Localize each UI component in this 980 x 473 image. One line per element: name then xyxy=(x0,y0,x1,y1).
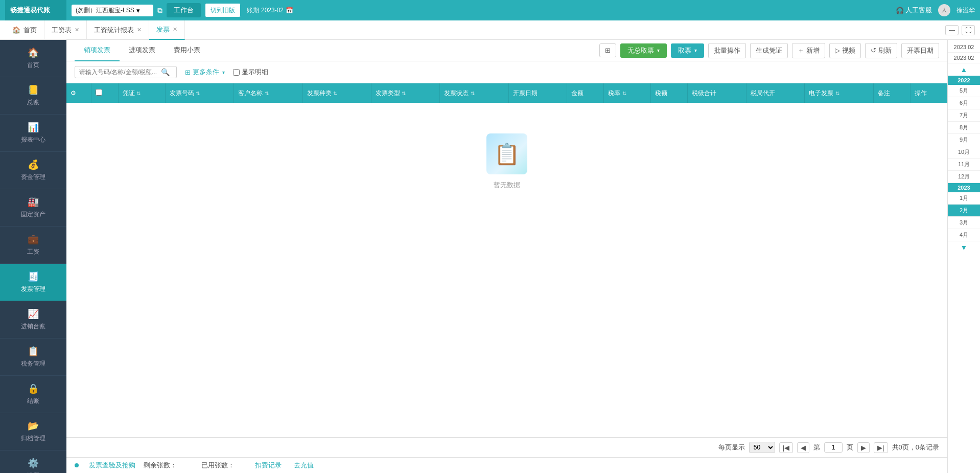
last-page-button[interactable]: ▶| xyxy=(874,442,888,453)
takeout-button[interactable]: 取票 ▾ xyxy=(671,43,704,58)
tab-payroll-close[interactable]: ✕ xyxy=(75,27,79,33)
no-takeout-dropdown-icon: ▾ xyxy=(657,48,660,53)
copy-icon[interactable]: ⧉ xyxy=(157,6,162,15)
video-button[interactable]: ▷ 视频 xyxy=(829,43,861,58)
assets-icon: 🏭 xyxy=(28,196,39,208)
support-button[interactable]: 🎧 人工客服 xyxy=(896,6,932,15)
search-input[interactable] xyxy=(79,69,161,76)
switch-old-button[interactable]: 切到旧版 xyxy=(205,3,241,17)
maximize-button[interactable]: ⛶ xyxy=(962,25,975,35)
sidebar-item-reports[interactable]: 📊 报表中心 xyxy=(0,115,66,152)
next-page-button[interactable]: ▶ xyxy=(857,442,870,453)
tab-payroll[interactable]: 工资表 ✕ xyxy=(44,20,87,40)
sidebar-item-closing[interactable]: 🔒 结账 xyxy=(0,376,66,413)
sidebar-item-payroll[interactable]: 💼 工资 xyxy=(0,227,66,264)
sort-invoice-type-icon[interactable]: ⇅ xyxy=(333,91,337,96)
sidebar-item-tax[interactable]: 📋 税务管理 xyxy=(0,339,66,376)
sidebar-item-sales[interactable]: 📈 进销台账 xyxy=(0,301,66,339)
sidebar-item-settings[interactable]: ⚙️ 设置 xyxy=(0,451,66,473)
rp-month-2-active[interactable]: 2月 xyxy=(948,205,980,217)
sidebar-label-home: 首页 xyxy=(27,61,39,70)
sort-customer-icon[interactable]: ⇅ xyxy=(265,91,269,96)
sort-voucher-icon[interactable]: ⇅ xyxy=(136,91,141,96)
rp-date-2023-02-b[interactable]: 2023.02 xyxy=(948,53,980,63)
first-page-button[interactable]: |◀ xyxy=(779,442,793,453)
remaining-label: 剩余张数： xyxy=(144,461,177,470)
tab-home[interactable]: 🏠 首页 xyxy=(5,20,44,40)
rp-month-9[interactable]: 9月 xyxy=(948,134,980,146)
company-selector[interactable]: (勿删）江西服宝-LSS ▾ xyxy=(72,5,153,16)
verify-label[interactable]: 发票查验及抢购 xyxy=(89,461,135,470)
invoice-sub-tabs: 销项发票 进项发票 费用小票 ⊞ 无总取票 ▾ 取票 ▾ xyxy=(66,40,947,61)
rp-month-3[interactable]: 3月 xyxy=(948,217,980,229)
prev-page-button[interactable]: ◀ xyxy=(797,442,809,453)
tab-expense-receipt[interactable]: 费用小票 xyxy=(165,40,209,61)
debit-record-link[interactable]: 扣费记录 xyxy=(255,461,282,470)
calendar-icon[interactable]: 📅 xyxy=(286,7,293,14)
col-voucher: 凭证 ⇅ xyxy=(118,83,165,103)
col-invoice-status: 发票状态 ⇅ xyxy=(440,83,508,103)
period-label: 账期 xyxy=(247,6,259,15)
tab-payroll-stat-close[interactable]: ✕ xyxy=(137,27,142,33)
sidebar-item-home[interactable]: 🏠 首页 xyxy=(0,40,66,77)
sort-invoice-cat-icon[interactable]: ⇅ xyxy=(402,91,406,96)
rp-month-5[interactable]: 5月 xyxy=(948,85,980,97)
show-detail-checkbox[interactable] xyxy=(233,69,240,76)
page-size-label: 每页显示 xyxy=(718,443,745,452)
sort-status-icon[interactable]: ⇅ xyxy=(471,91,475,96)
grid-view-button[interactable]: ⊞ xyxy=(599,43,616,57)
rp-month-12[interactable]: 12月 xyxy=(948,171,980,183)
gen-voucher-button[interactable]: 生成凭证 xyxy=(750,43,788,58)
page-size-select[interactable]: 20 50 100 xyxy=(749,442,775,453)
company-name: (勿删）江西服宝-LSS xyxy=(76,6,134,15)
search-box[interactable]: 🔍 xyxy=(75,66,177,78)
col-remark: 备注 xyxy=(873,83,910,103)
new-button[interactable]: ＋ 新增 xyxy=(792,43,825,58)
sidebar-item-funds[interactable]: 💰 资金管理 xyxy=(0,152,66,189)
rp-down-arrow[interactable]: ▼ xyxy=(948,241,980,254)
refresh-button[interactable]: ↺ 刷新 xyxy=(865,43,897,58)
rp-month-1[interactable]: 1月 xyxy=(948,192,980,205)
avatar[interactable]: 人 xyxy=(938,4,950,16)
select-all-checkbox[interactable] xyxy=(96,89,102,96)
rp-month-8[interactable]: 8月 xyxy=(948,122,980,134)
open-date-button[interactable]: 开票日期 xyxy=(901,43,939,58)
payroll-icon: 💼 xyxy=(28,234,39,245)
rp-up-arrow[interactable]: ▲ xyxy=(948,63,980,76)
sort-electronic-icon[interactable]: ⇅ xyxy=(835,91,839,96)
rp-month-4[interactable]: 4月 xyxy=(948,229,980,241)
show-detail-checkbox-area[interactable]: 显示明细 xyxy=(233,67,268,77)
no-takeout-button[interactable]: 无总取票 ▾ xyxy=(620,43,667,58)
sort-tax-rate-icon[interactable]: ⇅ xyxy=(622,91,626,96)
sidebar-item-assets[interactable]: 🏭 固定资产 xyxy=(0,189,66,227)
tab-purchase-invoice[interactable]: 进项发票 xyxy=(120,40,165,61)
sort-invoice-no-icon[interactable]: ⇅ xyxy=(196,91,200,96)
tab-window-controls: — ⛶ xyxy=(945,25,975,35)
sidebar-label-sales: 进销台账 xyxy=(21,322,45,331)
rp-date-2023-02-a[interactable]: 2023.02 xyxy=(948,42,980,53)
tab-payroll-stat[interactable]: 工资统计报表 ✕ xyxy=(87,20,149,40)
minimize-button[interactable]: — xyxy=(945,25,959,35)
recharge-link[interactable]: 去充值 xyxy=(294,461,314,470)
tab-sales-invoice[interactable]: 销项发票 xyxy=(75,40,120,61)
sidebar-item-ledger[interactable]: 📒 总账 xyxy=(0,77,66,115)
workbench-button[interactable]: 工作台 xyxy=(167,3,201,17)
sidebar-item-invoice[interactable]: 🧾 发票管理 xyxy=(0,264,66,301)
col-settings[interactable]: ⚙ xyxy=(66,83,91,103)
tab-invoice[interactable]: 发票 ✕ xyxy=(149,20,185,40)
no-takeout-label: 无总取票 xyxy=(627,46,654,55)
user-name[interactable]: 徐溢华 xyxy=(956,6,975,15)
filter-button[interactable]: ⊞ 更多条件 ▾ xyxy=(181,65,229,79)
sidebar-item-archive[interactable]: 📂 归档管理 xyxy=(0,413,66,451)
rp-month-10[interactable]: 10月 xyxy=(948,146,980,159)
page-number-input[interactable] xyxy=(824,442,843,453)
rp-month-7[interactable]: 7月 xyxy=(948,109,980,122)
rp-month-6[interactable]: 6月 xyxy=(948,97,980,109)
col-tax-total: 税级合计 xyxy=(688,83,746,103)
rp-month-11[interactable]: 11月 xyxy=(948,159,980,171)
batch-op-button[interactable]: 批量操作 xyxy=(708,43,746,58)
col-check[interactable] xyxy=(91,83,118,103)
search-icon[interactable]: 🔍 xyxy=(161,68,170,76)
tab-invoice-close[interactable]: ✕ xyxy=(173,26,177,33)
rp-year-2023: 2023 xyxy=(948,183,980,192)
